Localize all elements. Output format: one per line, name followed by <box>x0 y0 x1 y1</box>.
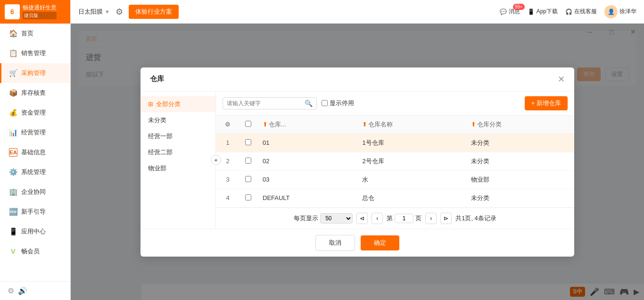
sidebar-item-business[interactable]: 📊 经营管理 <box>0 123 70 142</box>
page-size-select: 每页显示 10 20 50 100 <box>294 213 353 224</box>
show-disabled-checkbox[interactable] <box>322 100 328 106</box>
sidebar: 6 畅捷通好生意 捷贝版 🏠 首页 📋 销售管理 🛒 采购管理 📦 库存核查 💰… <box>0 0 71 300</box>
row-name: 水 <box>356 170 465 189</box>
inventory-icon: 📦 <box>9 89 17 97</box>
add-warehouse-button[interactable]: + 新增仓库 <box>525 96 568 110</box>
settings-bottom-icon[interactable]: ⚙ <box>8 286 14 295</box>
page-next-button[interactable]: › <box>425 213 437 224</box>
table-row[interactable]: 3 03 水 物业部 <box>216 170 574 189</box>
main-area: 日太阳膜 ▼ ⚙ 体验行业方案 💬 消息 99+ 📱 App下载 🎧 在线客服 … <box>71 0 644 300</box>
row-check[interactable] <box>239 133 257 152</box>
table-row[interactable]: 1 01 1号仓库 未分类 <box>216 133 574 152</box>
cancel-button[interactable]: 取消 <box>315 235 355 251</box>
page-prev-button[interactable]: ‹ <box>372 213 383 224</box>
sidebar-item-member[interactable]: V 畅会员 <box>0 242 70 261</box>
member-icon: V <box>9 247 17 256</box>
sales-icon: 📋 <box>9 49 17 58</box>
category-biz2-label: 经营二部 <box>148 148 173 157</box>
page-input: 第 页 <box>387 214 421 223</box>
page-label: 第 <box>387 214 393 223</box>
guide-icon: 🆕 <box>9 208 17 216</box>
dialog-body: ⊞ 全部分类 未分类 经营一部 经营二部 物业部 <box>140 92 574 229</box>
table-row[interactable]: 2 02 2号仓库 未分类 <box>216 152 574 170</box>
settings-col-icon[interactable]: ⚙ <box>225 121 231 128</box>
page-first-button[interactable]: ⊲ <box>356 213 368 224</box>
sidebar-item-label: 首页 <box>21 29 33 38</box>
store-arrow-icon: ▼ <box>105 9 110 15</box>
category-property[interactable]: 物业部 <box>140 160 215 176</box>
trial-button[interactable]: 体验行业方案 <box>129 5 179 19</box>
col-check <box>239 116 257 134</box>
sidebar-item-apps[interactable]: 📱 应用中心 <box>0 222 70 242</box>
page-last-button[interactable]: ⊳ <box>440 213 452 224</box>
user-menu[interactable]: 👤 徐泽华 <box>604 5 636 18</box>
sound-icon[interactable]: 🔊 <box>18 286 27 295</box>
sidebar-item-system[interactable]: ⚙️ 系统管理 <box>0 162 70 182</box>
home-icon: 🏠 <box>9 29 17 38</box>
message-icon: 💬 <box>500 8 507 15</box>
category-biz2[interactable]: 经营二部 <box>140 144 215 160</box>
row-check[interactable] <box>239 170 257 189</box>
search-box: 🔍 <box>223 97 317 109</box>
row-code: DEFAULT <box>257 189 356 207</box>
dialog-header: 仓库 ✕ <box>140 67 574 92</box>
store-selector[interactable]: 日太阳膜 ▼ <box>78 8 110 16</box>
apps-icon: 📱 <box>9 227 17 236</box>
notify-badge: 99+ <box>513 4 525 10</box>
show-disabled-option[interactable]: 显示停用 <box>322 99 354 108</box>
row-check[interactable] <box>239 189 257 207</box>
service-button[interactable]: 🎧 在线客服 <box>565 8 597 16</box>
search-input[interactable] <box>227 100 302 107</box>
topbar-right: 💬 消息 99+ 📱 App下载 🎧 在线客服 👤 徐泽华 <box>500 5 636 18</box>
category-biz1[interactable]: 经营一部 <box>140 128 215 144</box>
col-code[interactable]: ⬆ 仓库... <box>257 116 356 134</box>
category-none[interactable]: 未分类 <box>140 112 215 128</box>
row-name: 总仓 <box>356 189 465 207</box>
category-collapse-button[interactable]: « <box>211 155 221 165</box>
store-name: 日太阳膜 <box>78 8 103 16</box>
sidebar-item-purchase[interactable]: 🛒 采购管理 <box>0 63 70 83</box>
row-name: 2号仓库 <box>356 152 465 170</box>
row-category: 未分类 <box>465 133 574 152</box>
search-icon[interactable]: 🔍 <box>305 100 313 107</box>
purchase-icon: 🛒 <box>9 69 17 77</box>
row-code: 01 <box>257 133 356 152</box>
sidebar-item-basic[interactable]: EA 基础信息 <box>0 142 70 162</box>
sidebar-item-inventory[interactable]: 📦 库存核查 <box>0 83 70 103</box>
logo-badge: 捷贝版 <box>23 12 57 19</box>
table-row[interactable]: 4 DEFAULT 总仓 未分类 <box>216 189 574 207</box>
sidebar-item-home[interactable]: 🏠 首页 <box>0 24 70 43</box>
sidebar-item-finance[interactable]: 💰 资金管理 <box>0 103 70 123</box>
sort-code-icon: ⬆ <box>263 121 268 128</box>
row-code: 02 <box>257 152 356 170</box>
enterprise-icon: 🏢 <box>9 188 17 196</box>
logo-icon: 6 <box>5 4 20 19</box>
system-icon: ⚙️ <box>9 168 17 176</box>
show-disabled-label: 显示停用 <box>330 99 354 108</box>
select-all-checkbox[interactable] <box>245 121 251 127</box>
sidebar-item-sales[interactable]: 📋 销售管理 <box>0 43 70 63</box>
row-num: 3 <box>216 170 239 189</box>
app-download-button[interactable]: 📱 App下载 <box>528 8 558 16</box>
row-check[interactable] <box>239 152 257 170</box>
table-header-row: ⚙ ⬆ 仓库... <box>216 116 574 134</box>
logo-text: 畅捷通好生意 <box>23 4 57 12</box>
sidebar-item-label: 系统管理 <box>21 168 46 176</box>
col-name[interactable]: ⬆ 仓库名称 <box>356 116 465 134</box>
table-area: 🔍 显示停用 + 新增仓库 <box>216 92 574 229</box>
sidebar-item-guide[interactable]: 🆕 新手引导 <box>0 202 70 222</box>
topbar-settings-icon[interactable]: ⚙ <box>116 7 123 17</box>
dialog-close-button[interactable]: ✕ <box>558 74 565 84</box>
notify-button[interactable]: 💬 消息 99+ <box>500 8 520 16</box>
page-number-input[interactable] <box>395 214 413 223</box>
confirm-button[interactable]: 确定 <box>361 235 399 250</box>
category-none-label: 未分类 <box>148 116 166 125</box>
avatar: 👤 <box>604 5 618 18</box>
sidebar-item-enterprise[interactable]: 🏢 企业协同 <box>0 182 70 202</box>
business-icon: 📊 <box>9 128 17 137</box>
user-name: 徐泽华 <box>619 8 636 16</box>
page-size-dropdown[interactable]: 10 20 50 100 <box>320 213 353 224</box>
col-category[interactable]: ⬆ 仓库分类 <box>465 116 574 134</box>
category-all[interactable]: ⊞ 全部分类 <box>140 96 215 112</box>
sidebar-item-label: 资金管理 <box>21 108 46 117</box>
